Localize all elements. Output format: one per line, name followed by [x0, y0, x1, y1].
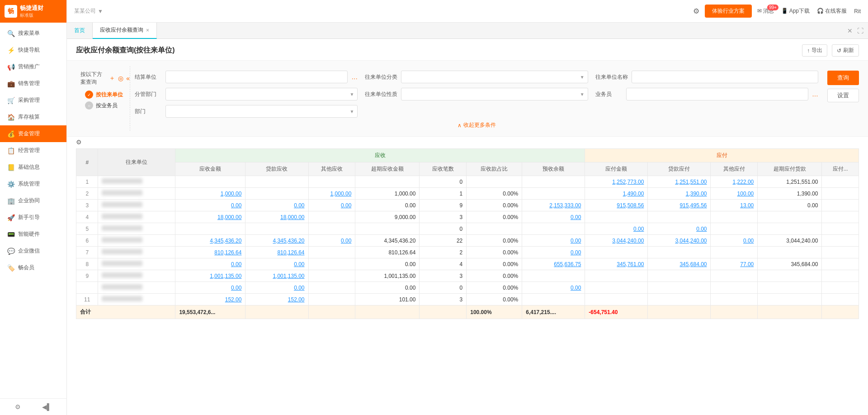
cell[interactable]: 0.00 [522, 282, 585, 294]
cell[interactable]: 1,000.00 [175, 188, 245, 200]
cell[interactable]: 915,495.56 [648, 200, 711, 211]
sidebar-item-hardware[interactable]: 📟智能硬件 [0, 226, 66, 243]
cell[interactable]: 655,636.75 [522, 258, 585, 270]
cell[interactable]: 0.00 [245, 200, 308, 211]
sidebar-item-system[interactable]: ⚙️系统管理 [0, 176, 66, 192]
field-select-department[interactable] [165, 105, 358, 118]
cell[interactable]: 810,126.64 [245, 247, 308, 258]
collapse-scheme-icon[interactable]: « [126, 75, 130, 82]
field-input-salesperson[interactable] [626, 88, 808, 100]
sidebar-item-basic-info[interactable]: 📒基础信息 [0, 159, 66, 176]
cell[interactable]: 3,044,240.00 [648, 235, 711, 247]
cell [467, 223, 522, 235]
maximize-window-icon[interactable]: ⛶ [857, 27, 863, 34]
scheme-by-employee[interactable]: ○ 按业务员 [85, 101, 130, 110]
cell[interactable]: 18,000.00 [245, 211, 308, 223]
cell[interactable]: 3,044,240.00 [585, 235, 648, 247]
cell[interactable]: 0.00 [175, 282, 245, 294]
sidebar-item-operations[interactable]: 📋经营管理 [0, 142, 66, 159]
cell[interactable]: 0.00 [522, 211, 585, 223]
cell[interactable]: 345,761.00 [585, 258, 648, 270]
edit-scheme-icon[interactable]: ◎ [118, 75, 123, 82]
cell[interactable]: 0.00 [175, 200, 245, 211]
cell[interactable]: 77.00 [711, 258, 758, 270]
cell[interactable]: 4,345,436.20 [245, 235, 308, 247]
sidebar-item-quick-nav[interactable]: ⚡快捷导航 [0, 42, 66, 58]
sidebar-item-sales[interactable]: 💼销售管理 [0, 75, 66, 92]
collapse-more-btn[interactable]: ∧ 收起更多条件 [135, 119, 818, 131]
export-btn[interactable]: ↑ 导出 [802, 44, 827, 57]
field-select-dept[interactable] [165, 88, 358, 100]
sidebar-item-wechat[interactable]: 💬企业微信 [0, 243, 66, 259]
cell [758, 247, 822, 258]
cell[interactable]: 0.00 [308, 235, 355, 247]
cell[interactable]: 915,508.56 [585, 200, 648, 211]
refresh-btn[interactable]: ↺ 刷新 [832, 44, 859, 57]
field-dots-settlement[interactable]: … [351, 73, 358, 81]
cell[interactable]: 1,001,135.00 [245, 270, 308, 282]
cell[interactable]: 152.00 [175, 294, 245, 305]
field-select-unit-nature[interactable] [401, 88, 588, 100]
message-badge[interactable]: ✉ 消息 99+ [757, 7, 774, 15]
cell[interactable]: 1,390.00 [648, 188, 711, 200]
breadcrumb: 某某公司 ▼ [74, 7, 688, 15]
cell[interactable]: 4,345,436.20 [175, 235, 245, 247]
cell[interactable]: 2,153,333.00 [522, 200, 585, 211]
set-btn[interactable]: 设置 [827, 89, 859, 102]
add-scheme-icon[interactable]: ＋ [109, 74, 115, 82]
collapse-label: 收起更多条件 [463, 121, 496, 129]
sidebar-item-search-menu[interactable]: 🔍搜索菜单 [0, 25, 66, 42]
tab-home[interactable]: 首页 [67, 23, 93, 39]
cell[interactable]: 0.00 [245, 282, 308, 294]
cell[interactable]: 0.00 [175, 258, 245, 270]
cell[interactable]: 0.00 [585, 223, 648, 235]
cell[interactable]: 18,000.00 [175, 211, 245, 223]
cell[interactable]: 0.00 [711, 235, 758, 247]
cell[interactable]: 1,000.00 [308, 188, 355, 200]
cell[interactable]: 0.00 [522, 247, 585, 258]
cell[interactable]: 1,252,773.00 [585, 176, 648, 188]
cell[interactable]: 152.00 [245, 294, 308, 305]
field-select-unit-category[interactable] [401, 71, 588, 83]
cell[interactable]: 0.00 [245, 258, 308, 270]
cell: 0.00% [467, 211, 522, 223]
cell[interactable]: 100.00 [711, 188, 758, 200]
user-name[interactable]: Rit [854, 8, 861, 14]
field-dots-salesperson[interactable]: … [812, 91, 818, 98]
sidebar-item-purchase[interactable]: 🛒采购管理 [0, 92, 66, 109]
scheme-by-unit[interactable]: ✓ 按往来单位 [85, 91, 130, 99]
cell[interactable]: 1,001,135.00 [175, 270, 245, 282]
tab-ar-ap[interactable]: 应收应付余额查询 × [93, 23, 157, 39]
sidebar-item-marketing[interactable]: 📢营销推广 [0, 58, 66, 75]
query-btn[interactable]: 查询 [827, 71, 859, 85]
cell[interactable]: 1,251,551.00 [648, 176, 711, 188]
app-download[interactable]: 📱 App下载 [781, 7, 810, 15]
cell [308, 294, 355, 305]
cell[interactable]: 345,684.00 [648, 258, 711, 270]
field-input-settlement[interactable] [165, 71, 348, 83]
sidebar-item-beginner[interactable]: 🚀新手引导 [0, 209, 66, 226]
sidebar-settings-icon[interactable]: ⚙ [15, 403, 21, 410]
cell[interactable]: 1,222.00 [711, 176, 758, 188]
cell[interactable]: 0.00 [522, 235, 585, 247]
field-input-unit-name[interactable] [632, 71, 818, 83]
cell[interactable]: 13.00 [711, 200, 758, 211]
online-service[interactable]: 🎧 在线客服 [817, 7, 847, 15]
sidebar-collapse-icon[interactable]: ◀▌ [42, 403, 52, 410]
sidebar-item-enterprise[interactable]: 🏢企业协同 [0, 192, 66, 209]
col-ar-amount: 应收金额 [175, 162, 245, 176]
cell[interactable]: 0.00 [308, 200, 355, 211]
close-window-icon[interactable]: ✕ [847, 27, 853, 34]
sidebar-item-inventory[interactable]: 🏠库存核算 [0, 109, 66, 125]
topbar-settings-icon[interactable]: ⚙ [693, 7, 699, 15]
tab-ar-ap-close[interactable]: × [146, 27, 149, 33]
footer-ar-loan [245, 305, 308, 319]
industry-btn[interactable]: 体验行业方案 [705, 5, 752, 18]
cell[interactable]: 1,490.00 [585, 188, 648, 200]
field-select-wrap-category: ▼ [401, 71, 588, 83]
table-settings-icon[interactable]: ⚙ [76, 138, 82, 146]
cell[interactable]: 0.00 [648, 223, 711, 235]
sidebar-item-capital[interactable]: 💰资金管理 [0, 125, 66, 142]
sidebar-item-member[interactable]: 🏷️畅会员 [0, 259, 66, 276]
cell[interactable]: 810,126.64 [175, 247, 245, 258]
